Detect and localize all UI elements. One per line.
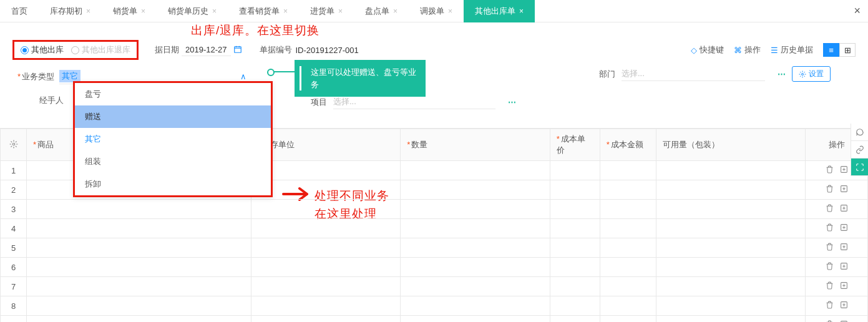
cell-unit[interactable] [251,258,401,277]
cell-cost-price[interactable] [550,296,600,316]
history-link[interactable]: ☰历史单据 [771,44,813,56]
view-card-button[interactable]: ⊞ [839,43,856,57]
settings-button[interactable]: 设置 [792,66,831,82]
close-icon[interactable]: × [448,7,452,16]
close-icon[interactable]: × [212,7,217,16]
cell-product[interactable] [27,200,251,219]
dropdown-item-disassemble[interactable]: 拆卸 [75,173,271,195]
delete-row-icon[interactable] [826,262,834,272]
table-row[interactable]: 5 [1,238,868,258]
delete-row-icon[interactable] [826,165,834,175]
cell-cost-amount[interactable] [600,296,656,316]
cell-qty[interactable] [401,258,550,277]
add-row-icon[interactable] [840,204,848,214]
cell-available[interactable] [656,296,805,316]
add-row-icon[interactable] [840,165,848,175]
radio-outbound[interactable]: 其他出库 [21,44,64,56]
cell-qty[interactable] [401,316,550,323]
tab-view-sales[interactable]: 查看销货单× [228,0,299,22]
delete-row-icon[interactable] [826,204,834,214]
cell-available[interactable] [656,161,805,180]
cell-product[interactable] [27,277,251,296]
cell-qty[interactable] [401,296,550,316]
cell-qty[interactable] [401,180,550,200]
cell-product[interactable] [27,316,251,323]
cell-cost-price[interactable] [550,316,600,323]
cell-unit[interactable] [251,316,401,323]
cell-unit[interactable] [251,200,401,219]
cell-qty[interactable] [401,161,550,180]
cell-available[interactable] [656,277,805,296]
cell-cost-amount[interactable] [600,238,656,258]
radio-return[interactable]: 其他出库退库 [71,44,130,56]
cell-product[interactable] [27,258,251,277]
tab-transfer[interactable]: 调拨单× [409,0,464,22]
view-list-button[interactable]: ≡ [823,43,839,57]
close-icon[interactable]: × [141,7,145,16]
cell-product[interactable] [27,238,251,258]
cell-cost-price[interactable] [550,219,600,238]
cell-cost-amount[interactable] [600,180,656,200]
cell-unit[interactable] [251,296,401,316]
cell-cost-amount[interactable] [600,219,656,238]
cell-cost-amount[interactable] [600,277,656,296]
side-link-button[interactable] [851,141,868,159]
cell-unit[interactable] [251,180,401,200]
cell-unit[interactable] [251,161,401,180]
dept-select[interactable]: 选择... [622,67,765,81]
cell-qty[interactable] [401,238,550,258]
table-row[interactable]: 3 [1,200,868,219]
tab-other-outbound[interactable]: 其他出库单× [464,0,535,22]
operate-link[interactable]: ⌘操作 [734,44,761,56]
close-icon[interactable]: × [86,7,90,16]
cell-cost-amount[interactable] [600,316,656,323]
cell-qty[interactable] [401,200,550,219]
dropdown-item-assemble[interactable]: 组装 [75,150,271,173]
add-row-icon[interactable] [840,281,848,291]
cell-available[interactable] [656,219,805,238]
cell-available[interactable] [656,316,805,323]
cell-qty[interactable] [401,277,550,296]
calendar-icon[interactable] [233,45,242,56]
table-row[interactable]: 7 [1,277,868,296]
cell-cost-price[interactable] [550,161,600,180]
delete-row-icon[interactable] [826,243,834,253]
tab-inventory-init[interactable]: 库存期初× [39,0,102,22]
delete-row-icon[interactable] [826,223,834,233]
cell-product[interactable] [27,296,251,316]
delete-row-icon[interactable] [826,281,834,291]
tab-stocktake[interactable]: 盘点单× [354,0,409,22]
cell-product[interactable] [27,219,251,238]
cell-available[interactable] [656,180,805,200]
add-row-icon[interactable] [840,223,848,233]
close-icon[interactable]: × [338,7,343,16]
tab-sales-history[interactable]: 销货单历史× [157,0,228,22]
cell-cost-amount[interactable] [600,200,656,219]
cell-cost-price[interactable] [550,238,600,258]
cell-unit[interactable] [251,219,401,238]
table-row[interactable]: 9 [1,316,868,323]
project-more-icon[interactable]: ⋯ [508,97,516,107]
close-icon[interactable]: × [519,7,524,16]
add-row-icon[interactable] [840,243,848,253]
cell-available[interactable] [656,200,805,219]
tab-purchase[interactable]: 进货单× [299,0,354,22]
cell-cost-price[interactable] [550,180,600,200]
table-row[interactable]: 4 [1,219,868,238]
cell-cost-price[interactable] [550,277,600,296]
dropdown-item-loss[interactable]: 盘亏 [75,83,271,105]
date-input[interactable]: 2019-12-27 [182,44,231,56]
tab-home[interactable]: 首页 [0,0,39,22]
side-expand-button[interactable] [851,159,868,176]
cell-unit[interactable] [251,238,401,258]
project-select[interactable]: 选择... [333,95,495,109]
cell-cost-price[interactable] [550,200,600,219]
table-row[interactable]: 6 [1,258,868,277]
cell-unit[interactable] [251,277,401,296]
cell-available[interactable] [656,258,805,277]
dropdown-item-gift[interactable]: 赠送 [75,105,271,128]
cell-cost-price[interactable] [550,258,600,277]
header-gear[interactable] [1,129,27,161]
side-note-button[interactable] [851,124,868,141]
cell-qty[interactable] [401,219,550,238]
